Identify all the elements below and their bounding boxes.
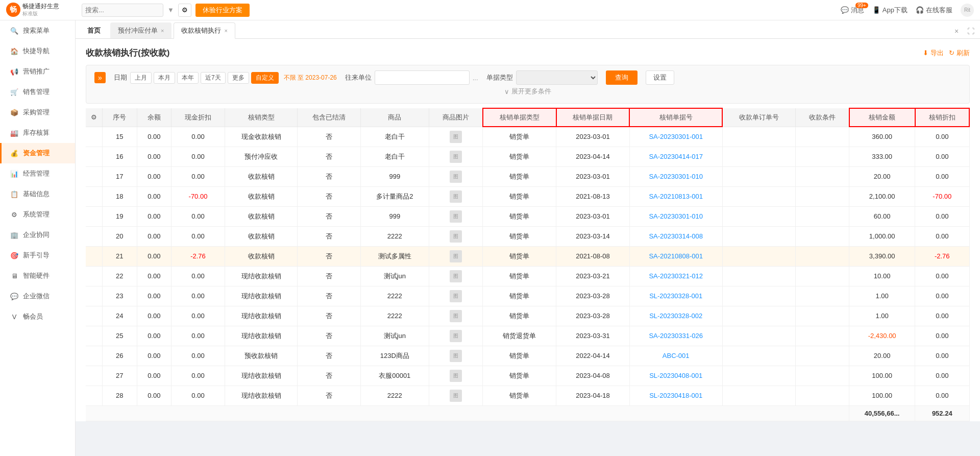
cell-bill-no: SL-20230418-001 (629, 386, 722, 405)
cell-goods-image: 图 (429, 166, 483, 186)
tab-prepay[interactable]: 预付冲应付单 × (110, 22, 172, 38)
system-icon: ⚙ (10, 210, 19, 219)
bill-no-link[interactable]: SA-20210813-001 (649, 193, 703, 200)
tab-collect-close-icon[interactable]: × (224, 28, 227, 34)
industry-solution-button[interactable]: 休验行业方案 (195, 4, 250, 17)
cell-gear (86, 386, 103, 405)
bill-no-link[interactable]: SA-20230301-001 (649, 133, 703, 140)
cell-bill-no: SA-20230301-010 (629, 166, 722, 186)
cell-no: 25 (103, 326, 137, 346)
sidebar-item-base[interactable]: 📋 基础信息 (0, 184, 75, 204)
sidebar-label: 基础信息 (23, 189, 50, 199)
sidebar-item-finance[interactable]: 💰 资金管理 (0, 143, 75, 163)
more-dates-btn[interactable]: 更多 (228, 72, 249, 84)
from-unit-input[interactable] (375, 70, 470, 85)
tab-home[interactable]: 首页 (80, 22, 108, 38)
cell-bill-no: SA-20230314-008 (629, 226, 722, 246)
settings-gear-button[interactable]: ⚙ (178, 4, 191, 17)
last-7days-btn[interactable]: 近7天 (201, 72, 226, 84)
online-service-button[interactable]: 🎧 在线客服 (916, 6, 952, 15)
sidebar-item-hardware[interactable]: 🖥 智能硬件 (0, 266, 75, 286)
cell-cancel-type: 现结收款核销 (225, 386, 297, 405)
window-maximize-button[interactable]: ⛶ (966, 26, 976, 36)
bill-no-link[interactable]: SL-20230328-002 (649, 312, 702, 320)
cell-balance: 0.00 (137, 186, 172, 206)
cell-goods-image: 图 (429, 186, 483, 206)
tab-prepay-close-icon[interactable]: × (161, 28, 164, 34)
sidebar-item-operation[interactable]: 📊 经营管理 (0, 163, 75, 184)
cell-balance: 0.00 (137, 306, 172, 326)
bill-no-link[interactable]: SA-20230331-026 (649, 332, 703, 340)
cell-goods: 999 (360, 166, 429, 186)
bill-no-link[interactable]: SL-20230408-001 (649, 372, 702, 379)
bill-no-link[interactable]: SL-20230418-001 (649, 392, 702, 399)
this-year-btn[interactable]: 本年 (177, 72, 199, 84)
sidebar-item-sales[interactable]: 🛒 销售管理 (0, 82, 75, 102)
cell-goods: 测试jun (360, 326, 429, 346)
bill-no-link[interactable]: SA-20230314-008 (649, 232, 703, 240)
online-service-label: 在线客服 (926, 6, 952, 15)
sidebar-item-enterprise[interactable]: 🏢 企业协同 (0, 225, 75, 245)
cell-receipt-condition (795, 366, 849, 386)
sidebar-item-search[interactable]: 🔍 搜索菜单 (0, 20, 75, 41)
setting-button[interactable]: 设置 (646, 70, 674, 85)
cell-cancel-type: 收款核销 (225, 166, 297, 186)
refresh-button[interactable]: ↻ 刷新 (949, 49, 970, 58)
sidebar-item-system[interactable]: ⚙ 系统管理 (0, 204, 75, 225)
user-avatar[interactable]: Rit (961, 4, 974, 17)
search-icon: 🔍 (10, 26, 19, 35)
export-icon: ⬇ (923, 49, 928, 57)
this-month-btn[interactable]: 本月 (154, 72, 175, 84)
bill-no-link[interactable]: SA-20230301-010 (649, 173, 703, 180)
sidebar-label: 快捷导航 (23, 46, 50, 56)
sidebar-item-purchase[interactable]: 📦 采购管理 (0, 102, 75, 123)
cell-goods: 123D商品 (360, 346, 429, 366)
global-search-input[interactable] (82, 4, 163, 17)
notice-badge: 99+ (855, 3, 868, 8)
notice-button[interactable]: 💬 消息 99+ (841, 6, 864, 15)
data-table: ⚙ 序号 余额 现金折扣 核销类型 包含已结清 商品 商品图片 核销单据类型 核… (86, 108, 970, 421)
tab-bar: 首页 预付冲应付单 × 收款核销执行 × × ⛶ (76, 20, 980, 39)
bill-no-link[interactable]: SL-20230328-001 (649, 292, 702, 300)
th-settings[interactable]: ⚙ (86, 108, 103, 127)
operation-icon: 📊 (10, 169, 19, 178)
sidebar-item-guide[interactable]: 🎯 新手引导 (0, 245, 75, 266)
th-cancel-type: 核销类型 (225, 108, 297, 127)
search-dropdown-icon[interactable]: ▼ (167, 6, 174, 14)
bill-no-link[interactable]: SA-20230301-010 (649, 212, 703, 220)
last-month-btn[interactable]: 上月 (130, 72, 152, 84)
sidebar-label: 搜索菜单 (23, 26, 50, 35)
expand-more-button[interactable]: ∨ 展开更多条件 (94, 85, 961, 98)
sidebar-item-marketing[interactable]: 📢 营销推广 (0, 61, 75, 82)
query-button[interactable]: 查询 (606, 70, 638, 85)
sidebar-item-member[interactable]: V 畅会员 (0, 306, 75, 327)
sidebar-item-quick-nav[interactable]: 🏠 快捷导航 (0, 41, 75, 61)
tab-collect[interactable]: 收款核销执行 × (174, 22, 235, 39)
app-download-button[interactable]: 📱 App下载 (872, 6, 908, 15)
window-close-button[interactable]: × (951, 26, 962, 36)
cell-cancel-discount: 0.00 (915, 366, 969, 386)
bill-no-link[interactable]: SA-20210808-001 (649, 252, 703, 260)
cell-bill-no: SL-20230408-001 (629, 366, 722, 386)
cell-cancel-amount: -2,430.00 (849, 326, 915, 346)
cell-goods-image: 图 (429, 226, 483, 246)
date-range-display: 不限 至 2023-07-26 (284, 74, 337, 82)
bill-no-link[interactable]: ABC-001 (663, 352, 690, 359)
cell-cancel-discount: 0.00 (915, 386, 969, 405)
bill-no-link[interactable]: SA-20230321-012 (649, 272, 703, 280)
sidebar-item-inventory[interactable]: 🏭 库存核算 (0, 123, 75, 143)
sidebar-item-wechat[interactable]: 💬 企业微信 (0, 286, 75, 306)
cell-gear (86, 166, 103, 186)
cell-bill-type: 销货单 (483, 246, 556, 266)
cell-cancel-type: 现结收款核销 (225, 326, 297, 346)
filter-toggle-button[interactable]: » (94, 72, 106, 83)
bill-no-link[interactable]: SA-20230414-017 (649, 153, 703, 160)
bill-type-select[interactable] (516, 70, 598, 85)
custom-date-btn[interactable]: 自定义 (251, 72, 279, 84)
th-bill-type: 核销单据类型 (483, 108, 556, 127)
cell-cash-discount: 0.00 (172, 266, 225, 286)
cell-bill-no: SA-20230414-017 (629, 147, 722, 166)
cell-cancel-amount: 100.00 (849, 386, 915, 405)
sidebar-label: 畅会员 (23, 312, 43, 321)
export-button[interactable]: ⬇ 导出 (923, 49, 944, 58)
